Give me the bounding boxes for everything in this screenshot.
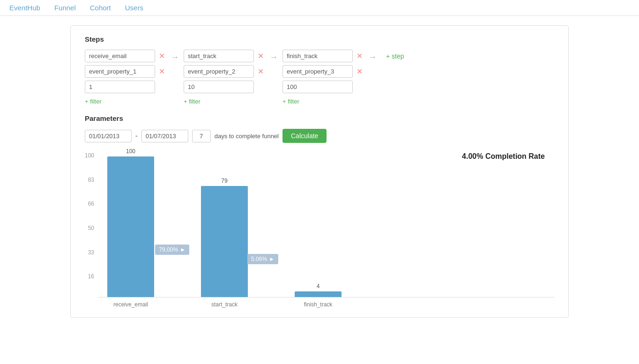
conversion-badge-0: 79.00% ► <box>155 245 189 255</box>
days-input[interactable] <box>192 130 211 142</box>
step-1-delete[interactable]: ✕ <box>158 52 166 61</box>
nav-cohort[interactable]: Cohort <box>90 4 111 12</box>
step-1-val-input[interactable] <box>85 81 155 93</box>
conversion-arrow-1: ► <box>269 256 275 262</box>
bar-1-value: 79 <box>221 178 227 184</box>
step-1-prop-row: ✕ <box>85 65 166 78</box>
bars-container: 100 79.00% ► 79 <box>98 152 554 297</box>
step-3-prop-delete[interactable]: ✕ <box>356 67 364 76</box>
step-2-prop-row: ✕ <box>184 65 265 78</box>
step-1-event-input[interactable] <box>85 50 155 62</box>
parameters-title: Parameters <box>85 114 554 122</box>
step-2-prop-delete[interactable]: ✕ <box>257 67 265 76</box>
arrow-3-add: → <box>368 52 377 62</box>
y-label-5: 16 <box>88 273 94 280</box>
step-3-event-input[interactable] <box>282 50 353 62</box>
conversion-label-1: 5.06% <box>251 256 267 262</box>
x-label-0: receive_email <box>107 301 154 308</box>
step-1-prop-input[interactable] <box>85 65 155 78</box>
step-3-event-row: ✕ <box>282 50 364 62</box>
y-axis: 100 83 66 50 33 16 <box>85 152 98 307</box>
step-1-event-row: ✕ <box>85 50 166 62</box>
arrow-2-3: → <box>269 52 278 62</box>
bar-1 <box>201 186 248 297</box>
bar-group-0: 100 79.00% ► <box>107 148 154 297</box>
x-labels: receive_email start_track finish_track <box>98 301 554 308</box>
funnel-card: Steps ✕ ✕ + filter → <box>70 25 569 318</box>
step-2-val-row <box>184 81 265 93</box>
step-3-delete[interactable]: ✕ <box>356 52 364 61</box>
nav-users[interactable]: Users <box>125 4 143 12</box>
bar-2 <box>295 291 342 297</box>
step-3-prop-input[interactable] <box>282 65 353 78</box>
y-label-2: 66 <box>88 201 94 207</box>
bars-area: 100 79.00% ► 79 <box>98 152 554 308</box>
end-date-input[interactable] <box>141 130 188 142</box>
bar-group-1: 79 5.06% ► <box>201 178 248 297</box>
step-2-event-input[interactable] <box>184 50 254 62</box>
steps-row: ✕ ✕ + filter → ✕ <box>85 50 554 105</box>
nav-funnel[interactable]: Funnel <box>54 4 76 12</box>
steps-title: Steps <box>85 35 554 43</box>
parameters-row: - days to complete funnel Calculate <box>85 129 554 143</box>
bar-2-value: 4 <box>317 283 320 290</box>
main-nav: EventHub Funnel Cohort Users <box>0 0 639 16</box>
main-content: Steps ✕ ✕ + filter → <box>0 16 639 327</box>
step-2-filter[interactable]: + filter <box>184 98 265 105</box>
arrow-1-2: → <box>171 52 179 62</box>
step-2-prop-input[interactable] <box>184 65 254 78</box>
bar-group-2: 4 <box>295 283 342 297</box>
nav-eventhub[interactable]: EventHub <box>9 4 40 12</box>
conversion-arrow-0: ► <box>180 246 186 253</box>
step-3-filter[interactable]: + filter <box>282 98 364 105</box>
x-label-1: start_track <box>201 301 248 308</box>
conversion-badge-1: 5.06% ► <box>247 254 278 264</box>
step-3-val-row <box>282 81 364 93</box>
chart-area: 4.00% Completion Rate 100 83 66 50 33 16 <box>85 152 554 308</box>
step-3-val-input[interactable] <box>282 81 353 93</box>
step-block-1: ✕ ✕ + filter <box>85 50 166 105</box>
step-2-delete[interactable]: ✕ <box>257 52 265 61</box>
x-label-2: finish_track <box>295 301 342 308</box>
step-1-prop-delete[interactable]: ✕ <box>158 67 166 76</box>
step-3-prop-row: ✕ <box>282 65 364 78</box>
start-date-input[interactable] <box>85 130 132 142</box>
conversion-label-0: 79.00% <box>159 246 178 253</box>
y-label-0: 100 <box>85 152 94 159</box>
y-label-1: 83 <box>88 177 94 183</box>
step-1-val-row <box>85 81 166 93</box>
step-1-filter[interactable]: + filter <box>85 98 166 105</box>
step-2-val-input[interactable] <box>184 81 254 93</box>
y-label-4: 33 <box>88 249 94 256</box>
step-2-event-row: ✕ <box>184 50 265 62</box>
days-label: days to complete funnel <box>215 133 279 140</box>
bar-0 <box>107 156 154 297</box>
parameters-section: Parameters - days to complete funnel Cal… <box>85 114 554 143</box>
chart-wrapper: 100 83 66 50 33 16 100 <box>85 152 554 308</box>
date-separator: - <box>135 132 138 140</box>
add-step-button[interactable]: + step <box>386 52 404 60</box>
step-block-2: ✕ ✕ + filter <box>184 50 265 105</box>
y-label-3: 50 <box>88 225 94 231</box>
step-block-3: ✕ ✕ + filter <box>282 50 364 105</box>
bar-0-value: 100 <box>126 148 135 155</box>
calculate-button[interactable]: Calculate <box>282 129 327 143</box>
